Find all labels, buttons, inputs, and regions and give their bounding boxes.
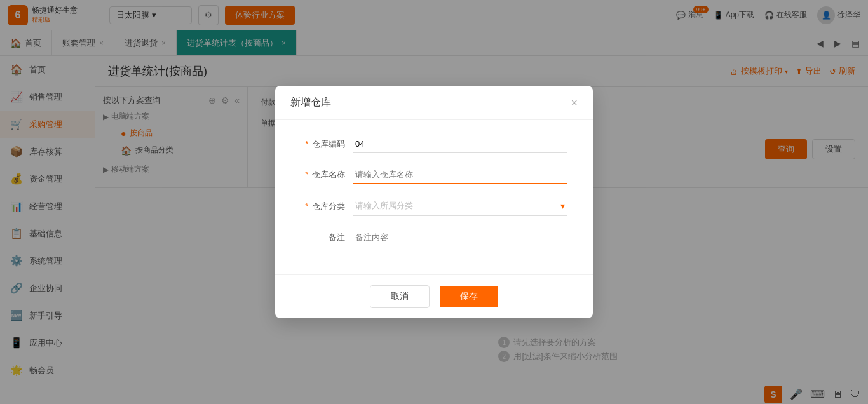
modal-footer: 取消 保存 [275,274,593,318]
cancel-button[interactable]: 取消 [370,285,430,308]
warehouse-category-label: * 仓库分类 [301,201,345,212]
modal-title: 新增仓库 [290,96,331,109]
add-warehouse-modal: 新增仓库 × * 仓库编码 * 仓库名称 [275,86,593,318]
warehouse-name-input[interactable] [353,166,567,184]
warehouse-code-row: * 仓库编码 [301,135,567,153]
warehouse-name-label: * 仓库名称 [301,169,345,180]
warehouse-category-select[interactable]: 请输入所属分类 ▾ [353,196,567,216]
warehouse-note-label: 备注 [301,232,345,243]
category-placeholder: 请输入所属分类 [355,200,413,212]
category-arrow-icon: ▾ [560,201,565,211]
warehouse-category-row: * 仓库分类 请输入所属分类 ▾ [301,196,567,216]
warehouse-name-row: * 仓库名称 [301,166,567,184]
warehouse-note-row: 备注 [301,229,567,246]
warehouse-code-label: * 仓库编码 [301,138,345,150]
warehouse-note-input[interactable] [353,229,567,246]
save-button[interactable]: 保存 [440,286,498,307]
modal-close-button[interactable]: × [571,97,578,109]
warehouse-code-input[interactable] [353,135,567,153]
modal-overlay: 新增仓库 × * 仓库编码 * 仓库名称 [0,0,868,404]
modal-header: 新增仓库 × [275,86,593,120]
modal-body: * 仓库编码 * 仓库名称 * 仓库分类 请输入所属 [275,120,593,274]
